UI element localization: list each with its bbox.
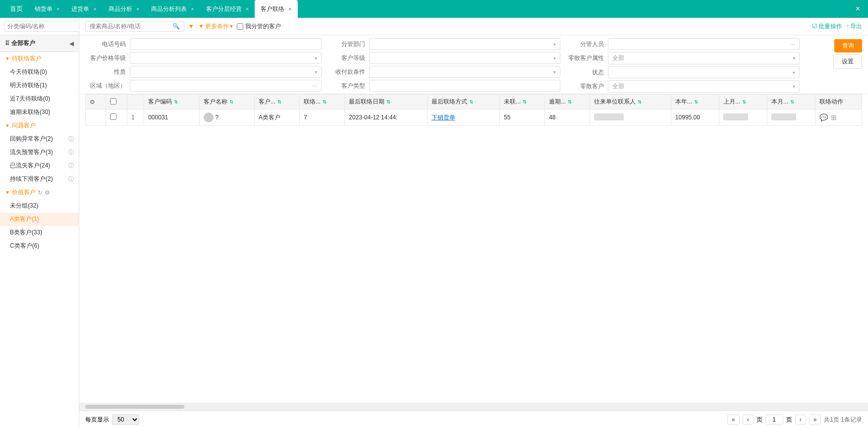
filter-price-level-select[interactable]: ▾	[130, 52, 322, 64]
row-checkbox[interactable]	[110, 113, 116, 120]
filter-retail-customer-select[interactable]: 全部 ▾	[608, 80, 800, 93]
horizontal-scrollbar[interactable]	[85, 405, 862, 409]
last-month-placeholder	[723, 113, 748, 120]
my-customers-checkbox-label[interactable]: 我分管的客户	[237, 22, 281, 31]
nav-close-sales[interactable]: ×	[56, 0, 59, 18]
nav-tab-sales[interactable]: 销货单 ×	[29, 0, 65, 18]
dots-icon[interactable]: ···	[312, 82, 317, 89]
filter-customer-type-input[interactable]	[369, 80, 561, 92]
gear-icon[interactable]: ⚙	[90, 99, 95, 106]
setting-btn[interactable]: 设置	[833, 54, 862, 69]
nav-close-purchase[interactable]: ×	[93, 0, 96, 18]
filter-manager-label: 分管人员	[563, 40, 608, 49]
filter-status-select[interactable]: ▾	[608, 66, 800, 78]
first-page-btn[interactable]: «	[727, 415, 740, 425]
filter-nature-select[interactable]: ▾	[130, 66, 322, 78]
th-settings[interactable]: ⚙	[86, 95, 106, 109]
sidebar-item-churned[interactable]: 已流失客户(24) ⓘ	[0, 159, 79, 172]
filter-manager-input[interactable]: ···	[608, 38, 800, 50]
nav-tab-purchase[interactable]: 进货单 ×	[65, 0, 102, 18]
td-code: 000031	[144, 109, 199, 126]
nav-tab-analysis[interactable]: 商品分析 ×	[103, 0, 145, 18]
th-this-year[interactable]: 本年... ⇅	[671, 95, 719, 109]
sort-icon: ⇅	[523, 99, 527, 105]
th-company-contact[interactable]: 往来单位联系人 ⇅	[590, 95, 671, 109]
my-customers-checkbox[interactable]	[237, 23, 243, 30]
td-overdue: 48	[545, 109, 590, 126]
sidebar-item-repurchase-abnormal[interactable]: 回购异常客户(2) ⓘ	[0, 132, 79, 146]
nav-home[interactable]: 首页	[4, 0, 29, 18]
th-this-month[interactable]: 本月... ⇅	[767, 95, 815, 109]
sidebar-search-input[interactable]	[4, 21, 79, 32]
filter-phone-input[interactable]	[130, 38, 322, 50]
th-overdue[interactable]: 逾期... ⇅	[545, 95, 590, 109]
th-last-method[interactable]: 最后联络方式 ⇅	[427, 95, 499, 109]
nav-tab-analysis-list[interactable]: 商品分析列表 ×	[145, 0, 200, 18]
batch-op-btn[interactable]: ☑ 批量操作	[812, 22, 842, 31]
sidebar-section-pending-header[interactable]: ▼ 待联络客户	[0, 52, 79, 65]
this-month-placeholder	[771, 113, 796, 120]
sidebar-item-overdue[interactable]: 逾期未联络(30)	[0, 106, 79, 119]
page-size-select[interactable]: 10 20 50 100	[112, 414, 139, 425]
nav-close-analysis[interactable]: ×	[136, 0, 139, 18]
dots-icon[interactable]: ···	[790, 41, 795, 48]
toolbar: 🔍 ▼ ▼ 更多条件 ▾ 我分管的客户 ☑ 批量操作 ↑ 导出	[79, 18, 868, 35]
sidebar-item-c-class[interactable]: C类客户(6)	[0, 239, 79, 253]
prev-page-btn[interactable]: ‹	[743, 415, 754, 425]
window-close-btn[interactable]: ×	[852, 4, 864, 13]
bottom-bar: 每页显示 10 20 50 100 « ‹ 页 页 › » 共1页 1条记录	[79, 411, 868, 428]
sidebar-item-churn-warning[interactable]: 流失预警客户(3) ⓘ	[0, 146, 79, 159]
sort-icon: ⇅	[277, 99, 281, 105]
sidebar-section-value-header[interactable]: ▼ 价值客户 ↻ ⚙	[0, 186, 79, 199]
td-rownum: 1	[127, 109, 144, 126]
select-all-checkbox[interactable]	[110, 98, 116, 105]
th-uncontacted[interactable]: 未联... ⇅	[500, 95, 545, 109]
filter-section: 电话号码 客户价格等级 ▾ 性质	[79, 35, 868, 94]
sort-icon: ⇅	[790, 99, 794, 105]
last-method-link[interactable]: 下销货单	[432, 114, 455, 121]
search-icon[interactable]: 🔍	[172, 23, 180, 30]
filter-retail-attr-select[interactable]: 全部 ▾	[608, 52, 800, 64]
export-btn[interactable]: ↑ 导出	[846, 22, 862, 31]
th-last-date[interactable]: 最后联络日期 ⇅	[345, 95, 428, 109]
filter-region-input[interactable]: ···	[130, 80, 322, 92]
page-input[interactable]	[765, 415, 783, 425]
next-page-btn[interactable]: ›	[795, 415, 806, 425]
filter-payment-label: 收付款条件	[325, 68, 369, 76]
sidebar-item-a-class[interactable]: A类客户(1)	[0, 213, 79, 226]
filter-retail-attr-label: 零散客户属性	[563, 54, 608, 62]
th-name[interactable]: 客户名称 ⇅	[199, 95, 254, 109]
search-input[interactable]	[90, 23, 172, 30]
filter-customer-level-select[interactable]: ▾	[369, 52, 561, 64]
nav-close-analysis-list[interactable]: ×	[191, 0, 194, 18]
sidebar-item-7days[interactable]: 近7天待联络(0)	[0, 92, 79, 106]
sidebar-item-today[interactable]: 今天待联络(0)	[0, 65, 79, 79]
th-contact[interactable]: 联络... ⇅	[300, 95, 345, 109]
sidebar-section-problem: ▼ 问题客户 回购异常客户(2) ⓘ 流失预警客户(3) ⓘ 已流失客户(24)…	[0, 119, 79, 186]
nav-tab-customer-tier[interactable]: 客户分层经营 ×	[200, 0, 255, 18]
sidebar-collapse-btn[interactable]: ◀	[69, 40, 74, 47]
refresh-icon[interactable]: ↻	[38, 189, 43, 196]
sidebar-item-ungrouped[interactable]: 未分组(32)	[0, 199, 79, 213]
th-code[interactable]: 客户编码 ⇅	[144, 95, 199, 109]
last-page-btn[interactable]: »	[809, 415, 821, 425]
chat-action-icon[interactable]: 💬	[819, 113, 828, 121]
query-btn[interactable]: 查询	[834, 39, 862, 53]
more-filter-btn[interactable]: ▼ 更多条件 ▾	[198, 22, 233, 31]
filter-payment-select[interactable]: ▾	[369, 66, 561, 78]
sidebar-section-problem-header[interactable]: ▼ 问题客户	[0, 119, 79, 132]
scrollbar-thumb[interactable]	[85, 405, 184, 409]
filter-dept-select[interactable]: ▾	[369, 38, 561, 50]
th-type[interactable]: 客户... ⇅	[255, 95, 300, 109]
filter-icon: ▼	[188, 23, 194, 30]
nav-close-customer-contact[interactable]: ×	[288, 0, 291, 18]
settings-small-icon[interactable]: ⚙	[45, 189, 50, 196]
nav-close-customer-tier[interactable]: ×	[246, 0, 249, 18]
grid-action-icon[interactable]: ⊞	[831, 113, 837, 121]
sidebar-item-b-class[interactable]: B类客户(33)	[0, 226, 79, 239]
chevron-down-icon: ▾	[315, 55, 317, 61]
nav-tab-customer-contact[interactable]: 客户联络 ×	[255, 0, 297, 18]
sidebar-item-declining[interactable]: 持续下滑客户(2) ⓘ	[0, 172, 79, 186]
th-last-month[interactable]: 上月... ⇅	[719, 95, 767, 109]
sidebar-item-tomorrow[interactable]: 明天待联络(1)	[0, 79, 79, 92]
